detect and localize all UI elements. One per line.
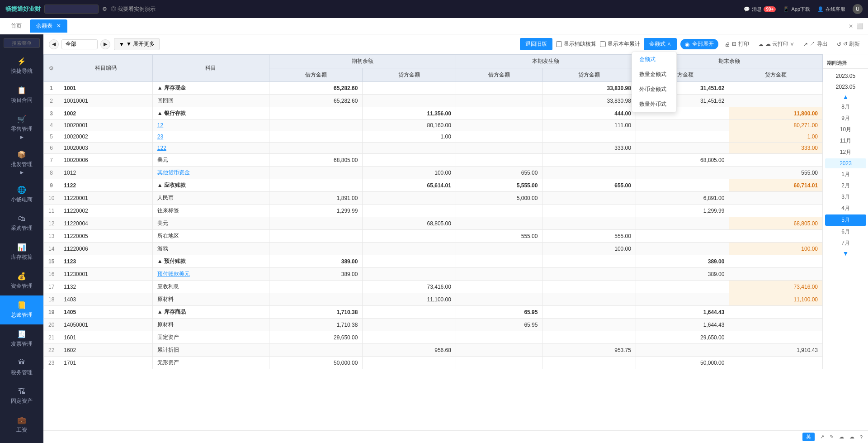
month-11[interactable]: 11月	[823, 135, 868, 147]
cell-name[interactable]: 122	[152, 143, 269, 154]
main-layout: ⚡ 快捷导航 📋 项目合同 🛒 零售管理 ▶ 📦 批发管理 ▶ 🌐 小畅电商 🛍…	[0, 34, 868, 443]
cell-name[interactable]: 其他货币资金	[152, 167, 269, 179]
cell-opening-debit	[269, 179, 362, 192]
table-row: 11001▲ 库存现金65,282.6033,830.9831,451.62	[44, 82, 823, 95]
sidebar-item-quick-nav[interactable]: ⚡ 快捷导航	[0, 52, 43, 81]
table-row: 1611230001预付账款美元389.00389.00	[44, 268, 823, 281]
nav-forward-btn[interactable]: ▶	[100, 39, 110, 49]
month-6[interactable]: 6月	[823, 226, 868, 238]
export-btn[interactable]: ↗ ↗ 导出	[801, 38, 830, 50]
cell-current-debit	[456, 107, 542, 120]
sidebar-item-ecommerce[interactable]: 🌐 小畅电商	[0, 180, 43, 209]
show-aux-checkbox[interactable]: 显示辅助核算	[556, 40, 596, 48]
window-maximize-icon[interactable]: ⬜	[857, 23, 863, 29]
dropdown-item-foreign-amount[interactable]: 外币金额式	[632, 82, 676, 97]
amount-style-btn[interactable]: 金额式 ∧	[644, 38, 677, 50]
status-export-icon[interactable]: ↗	[820, 434, 824, 440]
tab-close-icon[interactable]: ✕	[57, 23, 61, 29]
dropdown-item-amount[interactable]: 金额式	[632, 52, 676, 67]
sidebar-search-input[interactable]	[4, 38, 40, 48]
cell-current-credit	[542, 281, 636, 293]
month-9[interactable]: 9月	[823, 113, 868, 124]
sidebar-item-inventory[interactable]: 📊 库存核算	[0, 238, 43, 267]
window-minimize-icon[interactable]: ✕	[849, 23, 853, 29]
demo-link[interactable]: ◎ 我要看实例演示	[111, 5, 156, 13]
period-2023-end[interactable]: 2023.05	[823, 81, 868, 92]
sidebar-item-payroll[interactable]: 💼 工资	[0, 410, 43, 439]
cell-current-credit	[542, 255, 636, 268]
month-10[interactable]: 10月	[823, 124, 868, 135]
period-up-btn[interactable]: ▲	[823, 92, 868, 101]
cell-name[interactable]: 预付账款美元	[152, 268, 269, 281]
sidebar-item-capital[interactable]: 💰 资金管理	[0, 267, 43, 295]
cell-no: 5	[44, 131, 59, 143]
cell-name[interactable]: 23	[152, 131, 269, 143]
period-down-btn[interactable]: ▼	[823, 249, 868, 258]
app-download-btn[interactable]: 📱 App下载	[783, 6, 810, 13]
sidebar-item-general-ledger[interactable]: 📒 总账管理	[0, 295, 43, 324]
return-old-btn[interactable]: 退回旧版	[520, 38, 552, 50]
cell-name: ▲ 库存现金	[152, 82, 269, 95]
cell-current-debit	[456, 143, 542, 154]
user-btn[interactable]: U	[853, 4, 863, 14]
month-2[interactable]: 2月	[823, 180, 868, 191]
month-1[interactable]: 1月	[823, 169, 868, 180]
status-edit-icon[interactable]: ✎	[830, 434, 834, 440]
top-search-input[interactable]	[44, 5, 99, 14]
sidebar-item-invoice[interactable]: 🧾 发票管理	[0, 324, 43, 353]
month-5[interactable]: 5月	[825, 214, 866, 226]
sidebar-item-purchase[interactable]: 🛍 采购管理	[0, 209, 43, 238]
show-ytd-checkbox[interactable]: 显示本年累计	[600, 40, 640, 48]
table-row: 1411220006游戏100.00100.00	[44, 243, 823, 255]
cell-code: 1405	[59, 306, 152, 319]
dropdown-item-qty-foreign[interactable]: 数量外币式	[632, 97, 676, 112]
sidebar-item-retail[interactable]: 🛒 零售管理 ▶	[0, 110, 43, 145]
status-help-icon[interactable]: ?	[860, 434, 863, 440]
sidebar-item-fixed-assets[interactable]: 🏗 固定资产	[0, 382, 43, 410]
cell-name[interactable]: 12	[152, 120, 269, 131]
expand-more-btn[interactable]: ▼ ▼ 展开更多	[114, 38, 160, 50]
tab-balance[interactable]: 余额表 ✕	[30, 19, 67, 33]
sidebar-item-operations[interactable]: 📈 经营管理	[0, 439, 43, 443]
cell-opening-credit: 100.00	[363, 167, 456, 179]
quick-nav-icon: ⚡	[17, 57, 26, 66]
cell-name: 固定资产	[152, 331, 269, 344]
show-ytd-input[interactable]	[600, 41, 606, 47]
sidebar-item-tax[interactable]: 🏛 税务管理	[0, 353, 43, 382]
period-2023-start[interactable]: 2023.05	[823, 71, 868, 81]
print-btn[interactable]: 🖨 ⊟ 打印	[722, 38, 751, 50]
cell-current-debit: 655.00	[456, 167, 542, 179]
status-cloud-icon2[interactable]: ☁	[849, 434, 854, 440]
month-8[interactable]: 8月	[823, 101, 868, 113]
cell-current-debit	[456, 281, 542, 293]
month-7[interactable]: 7月	[823, 238, 868, 249]
dropdown-item-qty-amount[interactable]: 数量金额式	[632, 67, 676, 82]
cell-current-debit	[456, 154, 542, 167]
cell-closing-debit: 50,000.00	[636, 357, 729, 369]
sidebar-item-wholesale[interactable]: 📦 批发管理 ▶	[0, 145, 43, 180]
tab-home[interactable]: 首页	[5, 19, 28, 33]
refresh-btn[interactable]: ↺ ↺ 刷新	[834, 38, 863, 50]
nav-input[interactable]	[61, 39, 98, 49]
online-service-btn[interactable]: 👤 在线客服	[817, 6, 845, 13]
top-settings-icon[interactable]: ⚙	[102, 6, 107, 12]
year-2023[interactable]: 2023	[825, 158, 866, 168]
cell-name: ▲ 库存商品	[152, 306, 269, 319]
show-aux-input[interactable]	[556, 41, 562, 47]
table-row: 221602累计折旧956.68953.751,910.43	[44, 344, 823, 357]
month-3[interactable]: 3月	[823, 191, 868, 203]
month-12[interactable]: 12月	[823, 147, 868, 158]
cell-opening-credit: 80,160.00	[363, 120, 456, 131]
status-cloud-icon1[interactable]: ☁	[839, 434, 844, 440]
th-settings[interactable]: ⚙	[44, 55, 59, 82]
month-4[interactable]: 4月	[823, 203, 868, 214]
expand-all-toggle[interactable]: ◉ 全部展开	[680, 39, 718, 49]
nav-back-btn[interactable]: ◀	[49, 39, 59, 49]
sidebar-item-project[interactable]: 📋 项目合同	[0, 81, 43, 110]
cloud-print-btn[interactable]: ☁ ☁ 云打印 ∨	[755, 38, 797, 50]
cell-code: 11220001	[59, 192, 152, 205]
cell-no: 16	[44, 268, 59, 281]
cell-current-credit	[542, 331, 636, 344]
status-lang-btn[interactable]: 英	[802, 433, 815, 441]
messages-btn[interactable]: 💬 消息 99+	[744, 6, 776, 13]
